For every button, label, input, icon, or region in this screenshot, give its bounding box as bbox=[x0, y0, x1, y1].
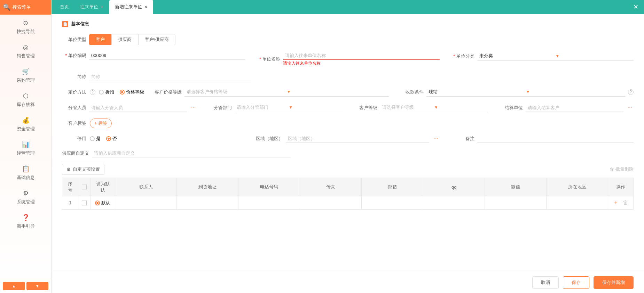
tab-new-partner[interactable]: 新增往来单位 ✕ bbox=[109, 0, 153, 14]
custom-settings-btn[interactable]: ⚙ 自定义项设置 bbox=[62, 164, 104, 175]
settlement-unit-input[interactable] bbox=[526, 104, 623, 112]
sidebar-item-guide[interactable]: ❓ 新手引导 bbox=[0, 209, 51, 234]
row-select-checkbox[interactable] bbox=[82, 201, 87, 205]
tag-group: 客户标签 + 标签 bbox=[62, 119, 112, 128]
disabled-no-circle bbox=[106, 136, 111, 141]
pricing-level-radio[interactable]: 价格等级 bbox=[120, 89, 144, 95]
tab-partners[interactable]: 往来单位 ✕ bbox=[74, 0, 109, 14]
row-region[interactable] bbox=[547, 196, 608, 210]
row-region-input[interactable] bbox=[550, 200, 604, 205]
sidebar-bottom-btn-1[interactable]: ▲ bbox=[3, 282, 25, 290]
row-wechat[interactable] bbox=[485, 196, 547, 210]
cancel-button[interactable]: 取消 bbox=[532, 276, 559, 289]
manager-group: 分管人员 ··· bbox=[62, 104, 197, 112]
unit-category-select[interactable]: 未分类 ▼ bbox=[477, 51, 634, 61]
remark-label: 备注 bbox=[450, 136, 474, 142]
department-placeholder: 请输入分管部门 bbox=[237, 104, 289, 111]
sidebar-item-system[interactable]: ⚙ 系统管理 bbox=[0, 185, 51, 209]
row-default-radio[interactable]: 默认 bbox=[94, 200, 111, 206]
unit-type-customer-btn[interactable]: 客户 bbox=[89, 34, 111, 45]
settlement-more-btn[interactable]: ··· bbox=[626, 105, 634, 111]
inventory-icon: ⬡ bbox=[22, 92, 30, 100]
sidebar-item-inventory[interactable]: ⬡ 库存核算 bbox=[0, 88, 51, 112]
select-all-checkbox[interactable] bbox=[82, 185, 87, 189]
unit-type-row: 单位类型 客户 供应商 客户/供应商 bbox=[62, 34, 634, 45]
row-qq-input[interactable] bbox=[427, 200, 481, 205]
disabled-no-radio[interactable]: 否 bbox=[106, 136, 117, 142]
row-email[interactable] bbox=[362, 196, 423, 210]
short-name-input[interactable] bbox=[89, 73, 251, 81]
sidebar-item-quick-nav[interactable]: ⊙ 快捷导航 bbox=[0, 15, 51, 39]
tab-new-partner-close[interactable]: ✕ bbox=[144, 5, 148, 9]
pricing-help-icon[interactable]: ? bbox=[90, 89, 95, 95]
price-level-radio-circle bbox=[120, 90, 125, 95]
unit-type-group: 单位类型 客户 供应商 客户/供应商 bbox=[62, 34, 175, 45]
payment-help-icon[interactable]: ? bbox=[628, 89, 634, 95]
sidebar-search[interactable]: 🔍 搜索菜单 bbox=[0, 0, 51, 15]
customer-price-level-select[interactable]: 请选择客户价格等级 ▼ bbox=[184, 87, 389, 97]
unit-type-supplier-btn[interactable]: 供应商 bbox=[111, 34, 138, 45]
tag-label: 客户标签 bbox=[62, 120, 86, 127]
sidebar: 🔍 搜索菜单 ⊙ 快捷导航 ◎ 销售管理 🛒 采购管理 ⬡ 库存核算 💰 资金管… bbox=[0, 0, 52, 293]
window-close-button[interactable]: ✕ bbox=[630, 2, 641, 12]
sidebar-item-sales[interactable]: ◎ 销售管理 bbox=[0, 39, 51, 63]
payment-terms-select[interactable]: 现结 ▼ bbox=[426, 87, 625, 97]
row-address-input[interactable] bbox=[180, 200, 235, 205]
customer-level-select[interactable]: 请选择客户等级 ▼ bbox=[380, 103, 488, 112]
remark-group: 备注 bbox=[450, 135, 634, 143]
region-input[interactable] bbox=[286, 135, 429, 143]
delete-row-btn[interactable]: 🗑 bbox=[621, 199, 630, 206]
add-row-btn[interactable]: ＋ bbox=[612, 198, 620, 207]
unit-type-both-btn[interactable]: 客户/供应商 bbox=[138, 34, 175, 45]
department-select[interactable]: 请输入分管部门 ▼ bbox=[235, 103, 343, 112]
add-tag-btn[interactable]: + 标签 bbox=[90, 119, 112, 128]
customer-price-level-label: 客户价格等级 bbox=[155, 89, 182, 95]
disabled-yes-radio[interactable]: 是 bbox=[90, 136, 101, 142]
tab-partners-label: 往来单位 bbox=[80, 4, 98, 10]
sidebar-item-basic-info[interactable]: 📋 基础信息 bbox=[0, 161, 51, 185]
col-checkbox[interactable] bbox=[78, 178, 90, 196]
row-phone[interactable] bbox=[238, 196, 300, 210]
unit-type-buttons: 客户 供应商 客户/供应商 bbox=[89, 34, 175, 45]
region-more-btn[interactable]: ··· bbox=[432, 136, 439, 142]
row-contact[interactable] bbox=[115, 196, 177, 210]
row-email-input[interactable] bbox=[365, 200, 419, 205]
pricing-discount-radio[interactable]: 折扣 bbox=[99, 89, 114, 95]
disabled-region-remark-row: 停用 是 否 区域（地区） ··· 备注 bbox=[62, 135, 634, 143]
row-default[interactable]: 默认 bbox=[90, 196, 115, 210]
main-area: 首页 往来单位 ✕ 新增往来单位 ✕ ✕ 📄 基本信息 单位类型 客户 供应商 bbox=[52, 0, 644, 293]
tab-partners-close[interactable]: ✕ bbox=[100, 5, 104, 9]
row-wechat-input[interactable] bbox=[488, 200, 543, 205]
row-address[interactable] bbox=[177, 196, 238, 210]
row-phone-input[interactable] bbox=[242, 200, 296, 205]
manager-more-btn[interactable]: ··· bbox=[190, 105, 197, 111]
supplier-custom-input[interactable] bbox=[92, 149, 291, 157]
customer-level-group: 客户等级 请选择客户等级 ▼ bbox=[353, 103, 488, 112]
remark-input[interactable] bbox=[477, 135, 634, 143]
tab-home[interactable]: 首页 bbox=[54, 0, 74, 14]
tab-new-partner-label: 新增往来单位 bbox=[115, 4, 142, 10]
sidebar-item-operations[interactable]: 📊 经营管理 bbox=[0, 136, 51, 161]
sidebar-item-finance[interactable]: 💰 资金管理 bbox=[0, 112, 51, 136]
basic-info-icon: 📋 bbox=[22, 165, 30, 173]
row-qq[interactable] bbox=[423, 196, 485, 210]
batch-delete-btn[interactable]: 🗑 批量删除 bbox=[610, 166, 634, 172]
col-address: 到货地址 bbox=[177, 178, 238, 196]
unit-code-input[interactable] bbox=[89, 51, 245, 60]
sales-icon: ◎ bbox=[22, 43, 30, 51]
unit-name-input[interactable] bbox=[283, 51, 439, 60]
sidebar-item-purchase[interactable]: 🛒 采购管理 bbox=[0, 63, 51, 88]
row-fax[interactable] bbox=[300, 196, 362, 210]
bottom-bar: 取消 保存 保存并新增 bbox=[52, 272, 644, 293]
row-checkbox[interactable] bbox=[78, 196, 90, 210]
col-email: 邮箱 bbox=[362, 178, 423, 196]
sidebar-bottom-btn-2[interactable]: ▼ bbox=[26, 282, 49, 290]
manager-input[interactable] bbox=[89, 104, 187, 112]
purchase-icon: 🛒 bbox=[22, 67, 30, 76]
finance-icon: 💰 bbox=[22, 116, 30, 124]
save-new-button[interactable]: 保存并新增 bbox=[594, 276, 634, 289]
batch-delete-icon: 🗑 bbox=[610, 167, 614, 172]
row-fax-input[interactable] bbox=[304, 200, 358, 205]
save-button[interactable]: 保存 bbox=[563, 276, 589, 289]
row-contact-input[interactable] bbox=[119, 200, 173, 205]
